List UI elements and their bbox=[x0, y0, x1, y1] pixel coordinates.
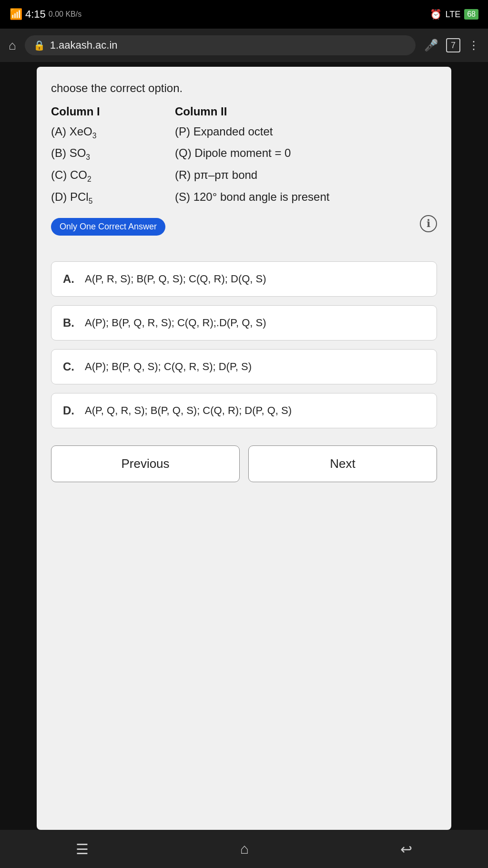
match-col1-c: (C) CO2 bbox=[51, 168, 175, 184]
columns-header: Column I Column II bbox=[51, 105, 437, 118]
answer-type-badge: Only One Correct Answer bbox=[51, 218, 165, 236]
option-c-text: A(P); B(P, Q, S); C(Q, R, S); D(P, S) bbox=[85, 361, 252, 373]
lte-icon: LTE bbox=[446, 10, 461, 20]
option-b-letter: B. bbox=[63, 316, 76, 330]
option-a-text: A(P, R, S); B(P, Q, S); C(Q, R); D(Q, S) bbox=[85, 273, 266, 285]
bottom-nav: ☰ ⌂ ↩ bbox=[0, 830, 488, 868]
browser-actions: 🎤 7 ⋮ bbox=[424, 38, 479, 52]
match-col1-d: (D) PCl5 bbox=[51, 190, 175, 206]
bottom-menu-icon[interactable]: ☰ bbox=[76, 841, 89, 858]
status-left: 📶 4:15 0.00 KB/s bbox=[10, 8, 81, 21]
badge-row: Only One Correct Answer ℹ bbox=[51, 215, 437, 247]
match-row: (D) PCl5 (S) 120° bond angle is present bbox=[51, 190, 437, 206]
option-c-letter: C. bbox=[63, 360, 76, 373]
previous-button[interactable]: Previous bbox=[51, 445, 240, 482]
match-row: (A) XeO3 (P) Expanded octet bbox=[51, 125, 437, 140]
tab-count[interactable]: 7 bbox=[446, 38, 460, 52]
option-b-text: A(P); B(P, Q, R, S); C(Q, R);.D(P, Q, S) bbox=[85, 317, 266, 329]
url-bar[interactable]: 🔒 1.aakash.ac.in bbox=[25, 35, 416, 55]
option-a[interactable]: A. A(P, R, S); B(P, Q, S); C(Q, R); D(Q,… bbox=[51, 261, 437, 297]
url-text: 1.aakash.ac.in bbox=[50, 39, 118, 52]
match-table: (A) XeO3 (P) Expanded octet (B) SO3 (Q) … bbox=[51, 125, 437, 206]
menu-dots-icon[interactable]: ⋮ bbox=[468, 39, 479, 52]
match-col2-r: (R) pπ–pπ bond bbox=[175, 168, 437, 182]
match-row: (B) SO3 (Q) Dipole moment = 0 bbox=[51, 146, 437, 162]
match-row: (C) CO2 (R) pπ–pπ bond bbox=[51, 168, 437, 184]
mic-icon[interactable]: 🎤 bbox=[424, 39, 438, 52]
column-ii-header: Column II bbox=[175, 105, 437, 118]
status-bar: 📶 4:15 0.00 KB/s ⏰ LTE 68 bbox=[0, 0, 488, 29]
time-display: 4:15 bbox=[25, 8, 46, 21]
home-browser-icon[interactable]: ⌂ bbox=[9, 38, 16, 53]
match-col2-p: (P) Expanded octet bbox=[175, 125, 437, 138]
status-right: ⏰ LTE 68 bbox=[430, 9, 478, 20]
option-d-letter: D. bbox=[63, 404, 76, 417]
alarm-icon: ⏰ bbox=[430, 9, 442, 20]
options-container: A. A(P, R, S); B(P, Q, S); C(Q, R); D(Q,… bbox=[51, 261, 437, 428]
info-icon[interactable]: ℹ bbox=[420, 215, 437, 232]
match-col1-a: (A) XeO3 bbox=[51, 125, 175, 140]
option-c[interactable]: C. A(P); B(P, Q, S); C(Q, R, S); D(P, S) bbox=[51, 349, 437, 384]
option-b[interactable]: B. A(P); B(P, Q, R, S); C(Q, R);.D(P, Q,… bbox=[51, 305, 437, 341]
bottom-back-icon[interactable]: ↩ bbox=[400, 841, 412, 858]
question-intro: choose the correct option. bbox=[51, 80, 437, 96]
lock-icon: 🔒 bbox=[33, 40, 45, 51]
option-d-text: A(P, Q, R, S); B(P, Q, S); C(Q, R); D(P,… bbox=[85, 404, 292, 417]
browser-bar: ⌂ 🔒 1.aakash.ac.in 🎤 7 ⋮ bbox=[0, 29, 488, 62]
speed-display: 0.00 KB/s bbox=[49, 10, 81, 19]
bottom-home-icon[interactable]: ⌂ bbox=[240, 841, 249, 857]
column-i-header: Column I bbox=[51, 105, 175, 118]
match-col2-s: (S) 120° bond angle is present bbox=[175, 190, 437, 204]
main-content: choose the correct option. Column I Colu… bbox=[37, 67, 451, 830]
match-col2-q: (Q) Dipole moment = 0 bbox=[175, 146, 437, 160]
option-a-letter: A. bbox=[63, 272, 76, 286]
option-d[interactable]: D. A(P, Q, R, S); B(P, Q, S); C(Q, R); D… bbox=[51, 393, 437, 428]
signal-icon: 📶 bbox=[10, 8, 22, 21]
nav-buttons: Previous Next bbox=[51, 445, 437, 482]
match-col1-b: (B) SO3 bbox=[51, 146, 175, 162]
battery-level: 68 bbox=[464, 9, 478, 20]
next-button[interactable]: Next bbox=[248, 445, 437, 482]
